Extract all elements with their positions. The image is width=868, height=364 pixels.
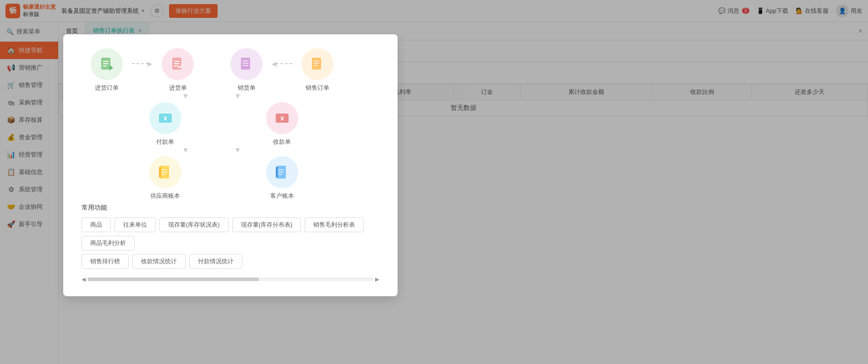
sale-order-circle	[301, 48, 333, 80]
arrow-receipt-to-customer: ▼	[221, 146, 343, 154]
flow-node-sale-receipt[interactable]: 销货单	[230, 48, 262, 92]
arrow-sale-order-to-receipt: ◀	[272, 60, 292, 80]
flow-node-purchase-order[interactable]: 进货订单	[91, 48, 123, 92]
flow-modal: 进货订单 ▶	[63, 34, 398, 296]
scrollbar-track[interactable]	[87, 277, 373, 281]
svg-rect-27	[276, 167, 278, 178]
func-btn-row-2: 销售排行榜 收款情况统计 付款情况统计	[82, 254, 379, 269]
flow-node-sale-order[interactable]: 销售订单	[301, 48, 333, 92]
arrow-purchase-order-to-receipt: ▶	[132, 60, 153, 80]
arrow-payment-to-supplier: ▼	[82, 146, 203, 154]
svg-rect-12	[159, 167, 161, 178]
svg-marker-4	[109, 65, 113, 71]
scrollbar-right-arrow[interactable]: ▶	[375, 276, 379, 283]
common-func-title: 常用功能	[82, 204, 379, 212]
purchase-receipt-circle	[162, 48, 194, 80]
sale-receipt-circle	[230, 48, 262, 80]
flow-node-supplier-ledger[interactable]: 供应商账本	[149, 156, 181, 200]
func-btn-goods[interactable]: 商品	[82, 217, 111, 232]
func-btn-sales-gross[interactable]: 销售毛利分析表	[305, 217, 364, 232]
scrollbar-left-arrow[interactable]: ◀	[82, 276, 86, 283]
purchase-order-circle	[91, 48, 123, 80]
func-btn-goods-gross[interactable]: 商品毛利分析	[82, 236, 135, 250]
func-btn-payment-stats[interactable]: 付款情况统计	[189, 254, 242, 269]
flow-node-receipt[interactable]: ¥ 收款单	[266, 102, 298, 146]
flow-node-customer-ledger[interactable]: 客户账本	[266, 156, 298, 200]
common-functions: 常用功能 商品 往来单位 现存量(库存状况表) 现存量(库存分布表) 销售毛利分…	[82, 204, 379, 269]
func-btn-inventory-status[interactable]: 现存量(库存状况表)	[159, 217, 229, 232]
flow-diagram: 进货订单 ▶	[82, 48, 379, 200]
flow-node-payment[interactable]: ¥ 付款单	[149, 102, 181, 146]
func-btn-row-1: 商品 往来单位 现存量(库存状况表) 现存量(库存分布表) 销售毛利分析表 商品…	[82, 217, 379, 250]
supplier-ledger-circle	[149, 156, 181, 188]
arrow-sale-to-receipt: ▼	[221, 92, 343, 100]
func-btn-inventory-dist[interactable]: 现存量(库存分布表)	[232, 217, 301, 232]
modal-scrollbar: ◀ ▶	[82, 276, 379, 283]
svg-rect-16	[241, 58, 250, 70]
func-btn-partners[interactable]: 往来单位	[115, 217, 156, 232]
svg-text:¥: ¥	[280, 115, 284, 122]
svg-text:¥: ¥	[164, 115, 167, 122]
modal-overlay[interactable]: 进货订单 ▶	[0, 0, 868, 364]
svg-rect-20	[312, 58, 321, 70]
scrollbar-thumb[interactable]	[87, 277, 259, 281]
flow-node-purchase-receipt[interactable]: 进货单	[162, 48, 194, 92]
func-btn-receipt-stats[interactable]: 收款情况统计	[132, 254, 186, 269]
func-btn-sales-rank[interactable]: 销售排行榜	[82, 254, 129, 269]
arrow-purchase-to-payment: ▼	[82, 92, 203, 100]
receipt-circle: ¥	[266, 102, 298, 134]
payment-circle: ¥	[149, 102, 181, 134]
customer-ledger-circle	[266, 156, 298, 188]
